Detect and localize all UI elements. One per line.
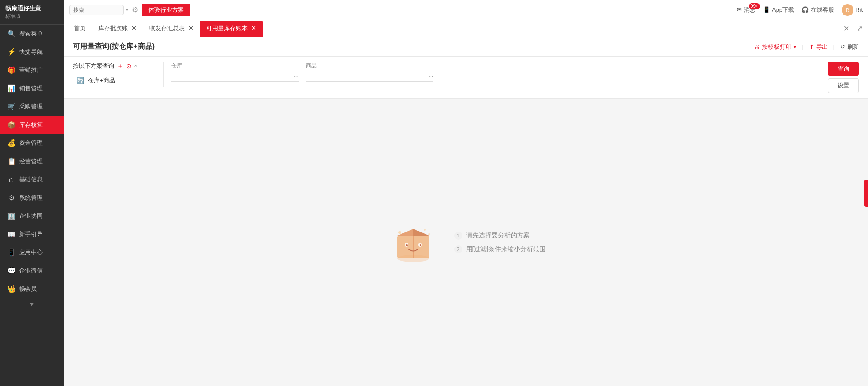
tab-receive-label: 收发存汇总表 — [149, 24, 185, 32]
search-input[interactable] — [69, 5, 124, 15]
sidebar-logo: 畅康通好生意 标准版 — [0, 0, 64, 25]
print-label: 按模板打印 — [762, 43, 792, 51]
sidebar-item-label: 基础信息 — [19, 175, 43, 184]
product-more-icon[interactable]: ··· — [428, 72, 433, 79]
sidebar-item-operation[interactable]: 📋 经营管理 — [0, 152, 64, 170]
warehouse-input-area: ··· — [171, 71, 299, 82]
sidebar-item-guide[interactable]: 📖 新手引导 — [0, 225, 64, 243]
warehouse-more-icon[interactable]: ··· — [294, 72, 299, 79]
scheme-add-button[interactable]: ＋ — [117, 62, 123, 70]
sidebar-item-label: 新手引导 — [19, 230, 43, 238]
svg-point-11 — [428, 233, 430, 235]
shortcut-icon: ⚡ — [7, 48, 15, 56]
product-label: 商品 — [306, 62, 433, 70]
tab-close-all-icon[interactable]: ✕ — [842, 23, 851, 34]
user-menu[interactable]: R Rit — [842, 4, 863, 16]
sidebar-item-search[interactable]: 🔍 搜索菜单 — [0, 25, 64, 43]
query-button[interactable]: 查询 — [828, 62, 859, 76]
tab-available-ledger[interactable]: 可用量库存账本 ✕ — [200, 21, 263, 37]
scheme-collapse-button[interactable]: « — [134, 63, 137, 69]
tab-batch-account[interactable]: 库存批次账 ✕ — [92, 21, 143, 37]
warehouse-label: 仓库 — [171, 62, 299, 70]
product-field: 商品 ··· — [306, 62, 433, 82]
warehouse-field: 仓库 ··· — [171, 62, 299, 82]
separator: | — [802, 43, 803, 50]
scheme-label: 按以下方案查询 — [73, 62, 114, 70]
export-button[interactable]: ⬆ 导出 — [809, 43, 828, 51]
sidebar-item-label: 快捷导航 — [19, 48, 43, 56]
headset-icon: 🎧 — [802, 6, 809, 13]
topbar-search-area: ▾ — [69, 5, 128, 15]
message-icon: ✉ — [737, 6, 742, 13]
sidebar-item-label: 企业微信 — [19, 267, 43, 275]
sidebar-item-label: 系统管理 — [19, 194, 43, 202]
sidebar-scroll-down[interactable]: ▼ — [0, 298, 64, 310]
sidebar-item-member[interactable]: 👑 畅会员 — [0, 280, 64, 298]
chevron-down-icon: ▾ — [793, 43, 797, 50]
sidebar-item-inventory[interactable]: 📦 库存核算 — [0, 116, 64, 134]
online-service-button[interactable]: 🎧 在线客服 — [802, 6, 834, 14]
sidebar-item-appstore[interactable]: 📱 应用中心 — [0, 243, 64, 262]
svg-point-10 — [424, 229, 426, 231]
empty-step2: 2 用[过滤]条件来缩小分析范围 — [454, 245, 546, 253]
sidebar-item-marketing[interactable]: 🎁 营销推广 — [0, 61, 64, 79]
step2-text: 用[过滤]条件来缩小分析范围 — [466, 245, 546, 253]
book-icon: 📖 — [7, 230, 15, 238]
separator: | — [833, 43, 835, 50]
clipboard-icon: 📋 — [7, 157, 15, 165]
message-button[interactable]: ✉ 消息 99+ — [737, 6, 756, 14]
gear-icon[interactable]: ⚙ — [132, 5, 138, 14]
close-icon[interactable]: ✕ — [251, 25, 256, 31]
sidebar-item-label: 应用中心 — [19, 248, 43, 257]
sidebar-item-finance[interactable]: 💰 资金管理 — [0, 134, 64, 152]
close-icon[interactable]: ✕ — [188, 25, 193, 31]
sidebar-item-label: 采购管理 — [19, 103, 43, 111]
sidebar: 畅康通好生意 标准版 🔍 搜索菜单 ⚡ 快捷导航 🎁 营销推广 📊 销售管理 🛒… — [0, 0, 64, 386]
sidebar-item-shortcut[interactable]: ⚡ 快捷导航 — [0, 43, 64, 61]
money-icon: 💰 — [7, 139, 15, 147]
close-icon[interactable]: ✕ — [132, 25, 137, 31]
trial-button[interactable]: 体验行业方案 — [142, 4, 190, 16]
right-float-bar — [864, 180, 868, 207]
avatar: R — [842, 4, 853, 16]
scheme-settings-button[interactable]: ⊙ — [126, 62, 132, 70]
refresh-label: 刷新 — [847, 43, 859, 51]
expand-icon[interactable]: ⤢ — [855, 23, 864, 34]
page-actions: 🖨 按模板打印 ▾ | ⬆ 导出 | ↺ 刷新 — [754, 43, 859, 51]
tabbar: 首页 库存批次账 ✕ 收发存汇总表 ✕ 可用量库存账本 ✕ ✕ ⤢ — [64, 20, 868, 37]
svg-point-9 — [398, 231, 401, 234]
gift-icon: 🎁 — [7, 66, 15, 74]
sidebar-item-wechat[interactable]: 💬 企业微信 — [0, 262, 64, 280]
filter-scheme-panel: 按以下方案查询 ＋ ⊙ « 🔄 仓库+商品 — [73, 62, 164, 87]
chevron-down-icon[interactable]: ▾ — [126, 7, 128, 13]
empty-state: 1 请先选择要分析的方案 2 用[过滤]条件来缩小分析范围 — [64, 99, 868, 386]
tab-receive-summary[interactable]: 收发存汇总表 ✕ — [143, 21, 200, 37]
service-label: 在线客服 — [811, 6, 834, 14]
inventory-icon: 📦 — [7, 121, 15, 129]
sidebar-item-label: 企业协同 — [19, 212, 43, 220]
step1-number: 1 — [454, 232, 462, 240]
main-content: ▾ ⚙ 体验行业方案 ✉ 消息 99+ 📱 App下载 🎧 在线客服 R Rit — [64, 0, 868, 386]
tab-home[interactable]: 首页 — [67, 21, 92, 37]
sidebar-item-system[interactable]: ⚙ 系统管理 — [0, 189, 64, 207]
scheme-item-warehouse-product[interactable]: 🔄 仓库+商品 — [73, 74, 156, 87]
tab-home-label: 首页 — [74, 24, 86, 32]
product-input[interactable] — [306, 72, 426, 79]
sidebar-item-corp[interactable]: 🏢 企业协同 — [0, 207, 64, 225]
settings-button[interactable]: 设置 — [828, 78, 859, 93]
sidebar-item-sales[interactable]: 📊 销售管理 — [0, 79, 64, 98]
app-download-button[interactable]: 📱 App下载 — [763, 6, 794, 14]
svg-point-8 — [420, 244, 421, 246]
sidebar-item-basic[interactable]: 🗂 基础信息 — [0, 170, 64, 189]
step1-text: 请先选择要分析的方案 — [466, 232, 530, 240]
warehouse-input[interactable] — [171, 72, 291, 79]
topbar-right: ✉ 消息 99+ 📱 App下载 🎧 在线客服 R Rit — [737, 4, 863, 16]
crown-icon: 👑 — [7, 285, 15, 293]
cart-icon: 🛒 — [7, 103, 15, 111]
tab-available-label: 可用量库存账本 — [206, 24, 248, 32]
sidebar-item-label: 经营管理 — [19, 157, 43, 165]
sidebar-item-purchase[interactable]: 🛒 采购管理 — [0, 98, 64, 116]
print-button[interactable]: 🖨 按模板打印 ▾ — [754, 43, 797, 51]
refresh-button[interactable]: ↺ 刷新 — [840, 43, 859, 51]
sidebar-item-label: 营销推广 — [19, 66, 43, 74]
